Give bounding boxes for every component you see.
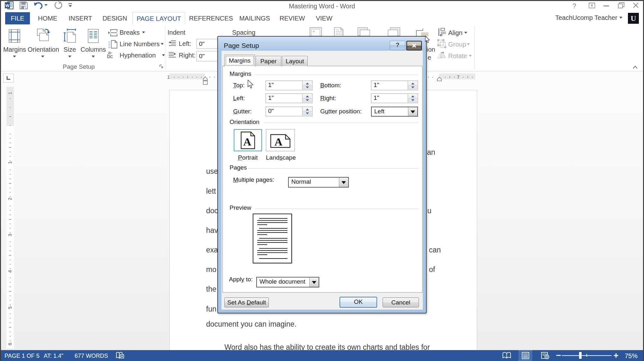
svg-text:1: 1 bbox=[7, 92, 13, 94]
svg-text:5: 5 bbox=[7, 306, 13, 309]
svg-text:2: 2 bbox=[7, 198, 13, 200]
svg-text:A: A bbox=[275, 136, 283, 148]
svg-text:A: A bbox=[243, 136, 251, 148]
svg-text:6: 6 bbox=[7, 343, 13, 345]
svg-text:1: 1 bbox=[7, 161, 13, 164]
svg-text:3: 3 bbox=[7, 234, 13, 236]
svg-text:3: 3 bbox=[108, 46, 110, 48]
svg-text:4: 4 bbox=[7, 270, 13, 273]
